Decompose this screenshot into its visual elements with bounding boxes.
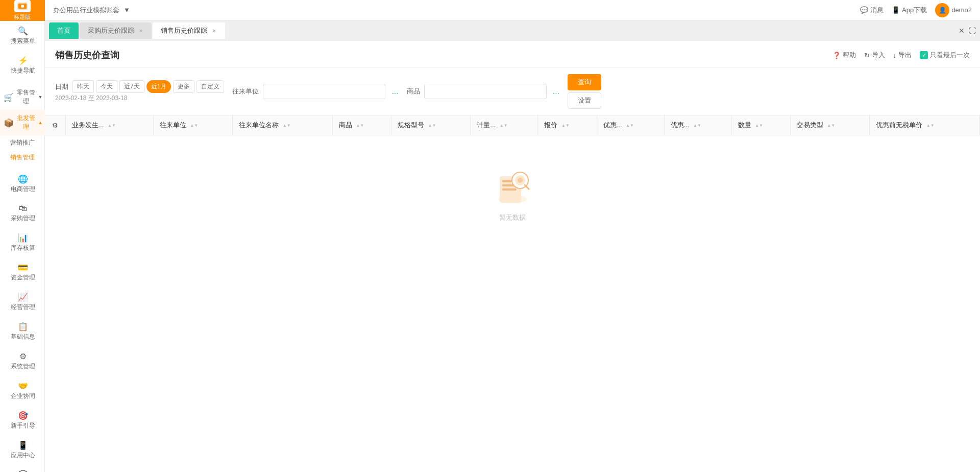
app-download-label: App下载 <box>902 6 927 15</box>
sidebar-item-marketing[interactable]: 营销推广 <box>0 135 45 150</box>
tab-expand-icon[interactable]: ⛶ <box>969 27 976 35</box>
message-icon: 💬 <box>860 6 868 14</box>
sidebar-item-label: 采购管理 <box>11 214 35 223</box>
help-label: 帮助 <box>843 51 856 60</box>
product-input[interactable] <box>424 84 547 99</box>
table-column-transaction-type[interactable]: 交易类型 ▲▼ <box>790 115 869 135</box>
table-column-spec[interactable]: 规格型号 ▲▼ <box>391 115 470 135</box>
user-menu[interactable]: 👤 demo2 <box>935 3 972 17</box>
workspace-title[interactable]: 办公用品行业模拟账套 <box>53 6 119 15</box>
query-button[interactable]: 查询 <box>568 74 601 90</box>
action-buttons: 查询 设置 <box>568 74 601 109</box>
table-column-pretax-price[interactable]: 优惠前无税单价 ▲▼ <box>870 115 980 135</box>
import-button[interactable]: ↻ 导入 <box>864 51 885 60</box>
sidebar-item-wholesale[interactable]: 📦 批发管理 ▲ <box>0 110 45 135</box>
help-button[interactable]: ❓ 帮助 <box>832 51 856 60</box>
page-header-actions: ❓ 帮助 ↻ 导入 ↓ 导出 ✓ 只看最后一次 <box>832 51 970 60</box>
retail-icon: 🛒 <box>4 92 14 102</box>
svg-point-2 <box>21 5 24 8</box>
message-label: 消息 <box>870 6 884 15</box>
sidebar-item-purchase[interactable]: 🛍 采购管理 <box>0 199 45 228</box>
import-icon: ↻ <box>864 52 870 59</box>
table-column-business-date[interactable]: 业务发生... ▲▼ <box>65 115 153 135</box>
partner-input[interactable] <box>263 84 385 99</box>
sidebar-item-label: 基础信息 <box>11 333 35 341</box>
tab-sales-label: 销售历史价跟踪 <box>161 26 207 35</box>
sidebar-item-app-center[interactable]: 📱 应用中心 <box>0 435 45 465</box>
sidebar-item-ecommerce[interactable]: 🌐 电商管理 <box>0 169 45 199</box>
table-header: ⚙ 业务发生... ▲▼ 往来单位 ▲▼ 往来单位名称 ▲▼ <box>45 115 980 135</box>
download-icon: 📱 <box>892 6 900 14</box>
date-btn-7days[interactable]: 近7天 <box>119 80 144 93</box>
sidebar-item-label: 销售管理 <box>10 154 35 161</box>
header-right: 💬 消息 📱 App下载 👤 demo2 <box>860 3 972 17</box>
app-logo[interactable]: 标题版 <box>0 0 45 21</box>
date-btn-more[interactable]: 更多 <box>173 80 194 93</box>
empty-icon <box>492 166 533 207</box>
table-column-partner-code[interactable]: 往来单位 ▲▼ <box>153 115 232 135</box>
export-label: 导出 <box>898 51 912 60</box>
tab-close-purchase[interactable]: × <box>138 27 143 35</box>
table-column-quantity[interactable]: 数量 ▲▼ <box>731 115 790 135</box>
svg-point-11 <box>518 178 523 183</box>
view-last-checkbox[interactable]: ✓ 只看最后一次 <box>920 51 970 60</box>
header-left: 办公用品行业模拟账套 ▼ <box>53 6 130 15</box>
partner-search-icon[interactable]: ... <box>391 87 398 96</box>
sidebar-item-operations[interactable]: 📈 经营管理 <box>0 287 45 317</box>
table-column-partner-name[interactable]: 往来单位名称 ▲▼ <box>233 115 333 135</box>
table-column-price[interactable]: 报价 ▲▼ <box>538 115 597 135</box>
logo-icon <box>14 0 31 12</box>
tab-home[interactable]: 首页 <box>49 22 79 39</box>
sort-icon: ▲▼ <box>428 123 436 128</box>
finance-icon: 💳 <box>18 263 28 272</box>
sort-icon: ▲▼ <box>926 123 935 128</box>
gear-icon[interactable]: ⚙ <box>52 122 58 129</box>
sidebar-item-label: 零售管理 <box>15 88 37 106</box>
view-last-label: 只看最后一次 <box>930 51 970 60</box>
user-avatar: 👤 <box>935 3 949 17</box>
export-button[interactable]: ↓ 导出 <box>893 51 912 60</box>
table-column-discount2[interactable]: 优惠... ▲▼ <box>664 115 731 135</box>
message-button[interactable]: 💬 消息 <box>860 6 884 15</box>
partner-label: 往来单位 <box>232 87 259 96</box>
date-btn-custom[interactable]: 自定义 <box>197 80 224 93</box>
app-download-button[interactable]: 📱 App下载 <box>892 6 927 15</box>
date-btn-yesterday[interactable]: 昨天 <box>72 80 94 93</box>
col-label: 商品 <box>339 121 352 129</box>
table-column-gear[interactable]: ⚙ <box>45 115 65 135</box>
sidebar-item-label: 批发管理 <box>15 114 37 131</box>
sidebar-item-enterprise[interactable]: 🤝 企业协同 <box>0 376 45 406</box>
product-search-icon[interactable]: ... <box>553 87 559 96</box>
sidebar-item-finance[interactable]: 💳 资金管理 <box>0 257 45 287</box>
table-column-discount1[interactable]: 优惠... ▲▼ <box>597 115 664 135</box>
col-label: 优惠... <box>671 121 690 129</box>
date-filter-section: 日期 昨天 今天 近7天 近1月 更多 自定义 2023-02-18 至 202… <box>55 80 224 103</box>
help-icon: ❓ <box>832 52 841 59</box>
quick-nav-icon: ⚡ <box>18 56 28 65</box>
sidebar-item-guide[interactable]: 🎯 新手引导 <box>0 406 45 435</box>
empty-state: 暂无数据 <box>45 135 980 253</box>
tab-home-label: 首页 <box>57 26 70 35</box>
tab-close-all-icon[interactable]: ✕ <box>959 27 965 35</box>
tab-close-sales[interactable]: × <box>211 27 216 35</box>
tab-purchase-history[interactable]: 采购历史价跟踪 × <box>80 22 152 39</box>
date-btn-1month[interactable]: 近1月 <box>146 80 172 93</box>
sidebar-item-retail[interactable]: 🛒 零售管理 ▼ <box>0 84 45 110</box>
tab-sales-history[interactable]: 销售历史价跟踪 × <box>153 22 225 39</box>
table-area: ⚙ 业务发生... ▲▼ 往来单位 ▲▼ 往来单位名称 ▲▼ <box>45 115 980 472</box>
table-column-product[interactable]: 商品 ▲▼ <box>332 115 391 135</box>
sidebar-item-basic-info[interactable]: 📋 基础信息 <box>0 317 45 346</box>
dropdown-arrow-icon[interactable]: ▼ <box>124 6 130 14</box>
col-label: 计量... <box>477 121 496 129</box>
sidebar-item-search[interactable]: 🔍 搜索菜单 <box>0 21 45 51</box>
sidebar-item-system[interactable]: ⚙ 系统管理 <box>0 346 45 376</box>
col-label: 优惠前无税单价 <box>876 121 922 129</box>
sidebar-item-wechat[interactable]: 💬 企业微信 <box>0 465 45 472</box>
table-column-unit[interactable]: 计量... ▲▼ <box>471 115 538 135</box>
sort-icon: ▲▼ <box>827 123 835 128</box>
sidebar-item-sales[interactable]: 销售管理 <box>0 150 45 165</box>
sidebar-item-inventory[interactable]: 📊 库存核算 <box>0 228 45 257</box>
sidebar-item-quick-nav[interactable]: ⚡ 快捷导航 <box>0 51 45 80</box>
settings-button[interactable]: 设置 <box>568 92 601 109</box>
date-btn-today[interactable]: 今天 <box>96 80 117 93</box>
